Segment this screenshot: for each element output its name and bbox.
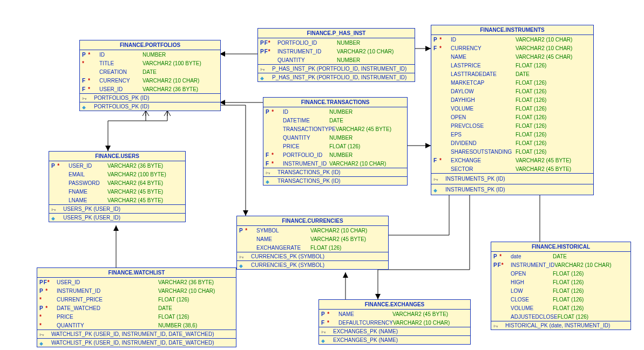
column-name: CLOSE bbox=[511, 297, 553, 303]
column-row: FNAMEVARCHAR2 (45 BYTE) bbox=[49, 187, 185, 196]
column-row: P *INSTRUMENT_IDVARCHAR2 (10 CHAR) bbox=[37, 286, 236, 295]
column-flags: F * bbox=[433, 157, 451, 163]
column-name: SYMBOL bbox=[256, 228, 310, 234]
column-name: PORTFOLIO_ID bbox=[277, 40, 337, 46]
column-type: FLOAT (126) bbox=[158, 297, 234, 303]
column-name: EXCHANGE bbox=[451, 157, 516, 163]
column-name: LNAME bbox=[69, 197, 107, 203]
column-row: QUANTITYNUMBER bbox=[258, 56, 415, 64]
entity-title: FINANCE.TRANSACTIONS bbox=[263, 98, 407, 107]
column-flags: P * bbox=[433, 37, 451, 43]
entity-historical[interactable]: FINANCE.HISTORICAL P *dateDATEPF*INSTRUM… bbox=[491, 242, 631, 330]
column-name: VOLUME bbox=[451, 106, 516, 112]
column-type: FLOAT (126) bbox=[516, 106, 591, 112]
column-name: ID bbox=[99, 52, 143, 58]
pk-icon bbox=[239, 254, 248, 259]
column-flags: F * bbox=[82, 86, 99, 92]
column-row: EPSFLOAT (126) bbox=[431, 130, 593, 139]
column-name: FNAME bbox=[69, 189, 107, 195]
column-name: DIVIDEND bbox=[451, 140, 516, 146]
pk-icon bbox=[493, 323, 502, 328]
column-name: TRANSACTIONTYPE bbox=[283, 126, 336, 132]
column-type: VARCHAR2 (45 BYTE) bbox=[107, 189, 183, 195]
column-flags: PF* bbox=[260, 49, 277, 54]
column-row: F *DEFAULTCURRENCYVARCHAR2 (10 CHAR) bbox=[319, 318, 470, 327]
column-type: NUMBER bbox=[143, 52, 218, 58]
column-row: PASSWORDVARCHAR2 (64 BYTE) bbox=[49, 179, 185, 187]
column-row: PF*PORTFOLIO_IDNUMBER bbox=[258, 38, 415, 47]
entity-title: FINANCE.PORTFOLIOS bbox=[80, 40, 220, 50]
uk-icon bbox=[433, 187, 442, 193]
column-flags: PF* bbox=[260, 40, 277, 46]
column-name: LASTPRICE bbox=[451, 63, 516, 68]
column-row: PF*INSTRUMENT_IDVARCHAR2 (10 CHAR) bbox=[258, 47, 415, 56]
entity-users[interactable]: FINANCE.USERS P *USER_IDVARCHAR2 (36 BYT… bbox=[49, 151, 186, 222]
uk-icon bbox=[239, 263, 248, 268]
column-name: PORTFOLIO_ID bbox=[283, 152, 329, 158]
column-name: NAME bbox=[256, 236, 310, 242]
column-type: VARCHAR2 (100 BYTE) bbox=[107, 171, 183, 177]
column-row: EXCHANGERATEFLOAT (126) bbox=[237, 243, 388, 252]
column-flags: F * bbox=[321, 320, 338, 326]
column-type: FLOAT (126) bbox=[516, 88, 591, 94]
column-type: VARCHAR2 (10 CHAR) bbox=[393, 320, 469, 326]
column-type: FLOAT (126) bbox=[553, 305, 628, 311]
column-type: FLOAT (126) bbox=[558, 314, 633, 320]
column-flags: PF* bbox=[493, 262, 511, 268]
entity-p-has-inst[interactable]: FINANCE.P_HAS_INST PF*PORTFOLIO_IDNUMBER… bbox=[257, 28, 415, 82]
uk-icon bbox=[266, 179, 274, 184]
column-type: DATE bbox=[329, 118, 405, 123]
column-row: CREATIONDATE bbox=[80, 67, 220, 76]
column-row: PREVCLOSEFLOAT (126) bbox=[431, 121, 593, 130]
column-name: INSTRUMENT_ID bbox=[277, 49, 337, 54]
column-type: NUMBER bbox=[329, 152, 405, 158]
column-row: HIGHFLOAT (126) bbox=[491, 278, 631, 286]
column-name: DAYHIGH bbox=[451, 97, 516, 103]
entity-exchanges[interactable]: FINANCE.EXCHANGES P *NAMEVARCHAR2 (45 BY… bbox=[318, 299, 471, 345]
uk-icon bbox=[260, 75, 269, 80]
pk-icon bbox=[82, 95, 91, 101]
column-type: VARCHAR2 (45 BYTE) bbox=[310, 236, 386, 242]
column-flags: F * bbox=[266, 152, 283, 158]
column-row: PF*USER_IDVARCHAR2 (36 BYTE) bbox=[37, 278, 236, 286]
entity-instruments[interactable]: FINANCE.INSTRUMENTS P *IDVARCHAR2 (10 CH… bbox=[431, 25, 594, 195]
column-flags: P * bbox=[493, 253, 511, 259]
pk-icon bbox=[51, 207, 60, 212]
column-type: VARCHAR2 (36 BYTE) bbox=[143, 86, 218, 92]
column-row: LASTTRADEDATEDATE bbox=[431, 70, 593, 78]
column-row: F *INSTRUMENT_IDVARCHAR2 (10 CHAR) bbox=[263, 159, 407, 168]
column-type: NUMBER bbox=[337, 40, 412, 46]
column-row: *QUANTITYNUMBER (38,6) bbox=[37, 321, 236, 330]
column-name: QUANTITY bbox=[283, 135, 329, 141]
column-flags: * bbox=[82, 60, 99, 66]
column-type: VARCHAR2 (10 CHAR) bbox=[516, 37, 591, 43]
column-type: VARCHAR2 (36 BYTE) bbox=[158, 279, 234, 285]
entity-watchlist[interactable]: FINANCE.WATCHLIST PF*USER_IDVARCHAR2 (36… bbox=[37, 267, 236, 347]
entity-title: FINANCE.CURRENCIES bbox=[237, 216, 388, 226]
column-flags: PF* bbox=[39, 279, 57, 285]
column-type: FLOAT (126) bbox=[516, 149, 591, 155]
entity-transactions[interactable]: FINANCE.TRANSACTIONS P *IDNUMBERDATETIME… bbox=[263, 97, 408, 186]
column-name: NAME bbox=[451, 54, 516, 60]
column-type: FLOAT (126) bbox=[329, 143, 405, 149]
column-row: DAYLOWFLOAT (126) bbox=[431, 87, 593, 95]
column-row: *PRICEFLOAT (126) bbox=[37, 312, 236, 321]
column-row: DAYHIGHFLOAT (126) bbox=[431, 95, 593, 104]
entity-currencies[interactable]: FINANCE.CURRENCIES P *SYMBOLVARCHAR2 (10… bbox=[236, 216, 389, 270]
entity-portfolios[interactable]: FINANCE.PORTFOLIOS P *IDNUMBER*TITLEVARC… bbox=[79, 40, 221, 111]
column-name: USER_ID bbox=[99, 86, 143, 92]
column-type: FLOAT (126) bbox=[516, 123, 591, 129]
column-row: P *IDNUMBER bbox=[263, 107, 407, 116]
column-type: FLOAT (126) bbox=[516, 97, 591, 103]
column-name: ID bbox=[451, 37, 516, 43]
column-row: F *CURRENCYVARCHAR2 (10 CHAR) bbox=[431, 44, 593, 52]
column-flags: F * bbox=[266, 161, 283, 167]
column-flags: * bbox=[39, 314, 57, 320]
column-row: CLOSEFLOAT (126) bbox=[491, 295, 631, 304]
column-name: NAME bbox=[338, 311, 392, 317]
column-row: F *USER_IDVARCHAR2 (36 BYTE) bbox=[80, 85, 220, 93]
entity-title: FINANCE.WATCHLIST bbox=[37, 268, 236, 278]
column-type: FLOAT (126) bbox=[553, 279, 628, 285]
column-type: FLOAT (126) bbox=[310, 245, 386, 251]
uk-icon bbox=[51, 215, 60, 221]
